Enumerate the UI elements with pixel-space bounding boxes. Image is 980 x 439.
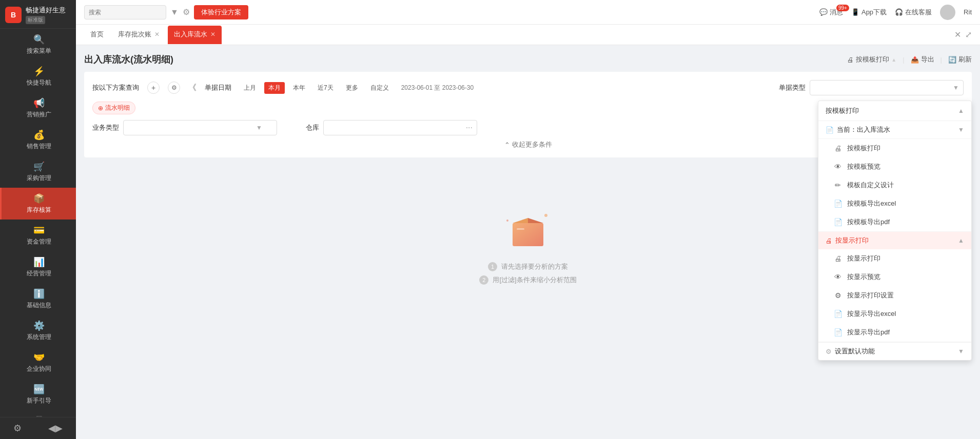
window-maximize-button[interactable]: ⤢ bbox=[965, 30, 972, 39]
user-avatar[interactable] bbox=[940, 5, 955, 20]
display-excel-label: 按显示导出excel bbox=[847, 309, 896, 318]
sales-icon: 💰 bbox=[33, 129, 45, 141]
display-pdf-label: 按显示导出pdf bbox=[847, 328, 890, 337]
tab-flow-close[interactable]: ✕ bbox=[210, 31, 215, 38]
date-this-month[interactable]: 本月 bbox=[264, 82, 285, 94]
footer-label: 设置默认功能 bbox=[835, 347, 875, 356]
topbar-settings-icon[interactable]: ⚙ bbox=[183, 7, 190, 17]
sidebar-item-quicknav-label: 快捷导航 bbox=[27, 78, 51, 87]
dropdown-item-template-pdf[interactable]: 📄 按模板导出pdf bbox=[818, 213, 971, 231]
print-icon: 🖨 bbox=[847, 56, 854, 64]
sidebar-item-quicknav[interactable]: ⚡ 快捷导航 bbox=[0, 61, 76, 92]
filter-add-button[interactable]: + bbox=[147, 82, 160, 94]
doc-type-label: 单据类型 bbox=[779, 83, 806, 92]
export-button[interactable]: 📤 导出 bbox=[911, 55, 934, 64]
tab-home[interactable]: 首页 bbox=[84, 26, 110, 44]
window-close-button[interactable]: ✕ bbox=[954, 30, 961, 39]
dropdown-item-display-pdf[interactable]: 📄 按显示导出pdf bbox=[818, 323, 971, 342]
dropdown-item-display-preview[interactable]: 👁 按显示预览 bbox=[818, 268, 971, 286]
display-preview-icon: 👁 bbox=[833, 272, 843, 282]
svg-marker-1 bbox=[513, 218, 528, 223]
date-last-month[interactable]: 上月 bbox=[240, 82, 260, 94]
sidebar-item-operations[interactable]: 📊 经营管理 bbox=[0, 251, 76, 283]
online-service-button[interactable]: 🎧 在线客服 bbox=[895, 8, 932, 17]
dropdown-item-template-excel[interactable]: 📄 按模板导出excel bbox=[818, 194, 971, 213]
collapse-button[interactable]: ⌃ 收起更多条件 bbox=[504, 140, 552, 149]
dropdown-item-display-excel[interactable]: 📄 按显示导出excel bbox=[818, 305, 971, 323]
filter-row-1: 按以下方案查询 + ⚙ 《 单据日期 上月 本月 本年 近7天 更多 自定义 2… bbox=[92, 80, 964, 95]
filter-collapse-icon[interactable]: 《 bbox=[188, 83, 197, 93]
dropdown-item-display-print[interactable]: 🖨 按显示打印 bbox=[818, 249, 971, 268]
marketing-icon: 📢 bbox=[33, 97, 45, 109]
sidebar-item-guide[interactable]: 🆕 新手引导 bbox=[0, 378, 76, 410]
dropdown-item-display-settings[interactable]: ⚙ 按显示打印设置 bbox=[818, 286, 971, 305]
empty-step-2: 2 用[过滤]条件来缩小分析范围 bbox=[479, 275, 576, 285]
sidebar-item-basic[interactable]: ℹ️ 基础信息 bbox=[0, 283, 76, 315]
dropdown-item-template-customize[interactable]: ✏ 模板自定义设计 bbox=[818, 176, 971, 194]
dropdown-current-template[interactable]: 📄 当前：出入库流水 ▼ bbox=[818, 121, 971, 139]
date-7days[interactable]: 近7天 bbox=[313, 82, 338, 94]
doc-type-chevron-icon: ▼ bbox=[953, 84, 959, 91]
date-custom[interactable]: 自定义 bbox=[366, 82, 393, 94]
business-type-select[interactable]: ▼ bbox=[123, 120, 277, 135]
collapse-chevron-icon: ⌃ bbox=[504, 141, 510, 149]
tab-batch-account-close[interactable]: ✕ bbox=[154, 31, 160, 38]
message-icon: 💬 bbox=[819, 8, 828, 16]
action-divider2: | bbox=[940, 56, 942, 64]
sidebar-item-marketing-label: 营销推广 bbox=[27, 110, 51, 119]
dropdown-item-template-preview[interactable]: 👁 按模板预览 bbox=[818, 157, 971, 176]
sidebar-item-sales-label: 销售管理 bbox=[27, 142, 51, 151]
search-dropdown-icon[interactable]: ▼ bbox=[170, 8, 179, 17]
dropdown-item-template-print[interactable]: 🖨 按模板打印 bbox=[818, 139, 971, 157]
filter-setting-button[interactable]: ⚙ bbox=[168, 82, 180, 94]
sidebar-item-system[interactable]: ⚙️ 系统管理 bbox=[0, 315, 76, 347]
search-input[interactable] bbox=[84, 5, 166, 19]
warehouse-more-icon[interactable]: ··· bbox=[466, 123, 473, 132]
export-icon: 📤 bbox=[911, 56, 919, 64]
tab-flow[interactable]: 出入库流水 ✕ bbox=[168, 26, 222, 44]
messages-button[interactable]: 💬 消息 99+ bbox=[819, 8, 843, 17]
app-download-button[interactable]: 📱 App下载 bbox=[851, 8, 887, 17]
guide-icon: 🆕 bbox=[33, 384, 45, 395]
current-template-arrow: ▼ bbox=[958, 126, 964, 133]
date-this-year[interactable]: 本年 bbox=[289, 82, 309, 94]
display-section-title: 🖨 按显示打印 bbox=[826, 236, 869, 245]
sidebar-item-marketing[interactable]: 📢 营销推广 bbox=[0, 92, 76, 124]
doc-type-select[interactable]: ▼ bbox=[810, 80, 964, 95]
dropdown-display-section-header[interactable]: 🖨 按显示打印 ▲ bbox=[818, 232, 971, 249]
sidebar-item-enterprise[interactable]: 🤝 企业协同 bbox=[0, 347, 76, 378]
sidebar-item-apps[interactable]: 📱 应用中心 bbox=[0, 410, 76, 417]
refresh-button[interactable]: 🔄 刷新 bbox=[948, 55, 972, 64]
basic-icon: ℹ️ bbox=[33, 288, 45, 300]
footer-arrow-icon: ▼ bbox=[958, 348, 964, 355]
refresh-icon: 🔄 bbox=[948, 56, 956, 64]
dropdown-collapse-icon[interactable]: ▲ bbox=[958, 107, 964, 114]
sidebar-item-sales[interactable]: 💰 销售管理 bbox=[0, 124, 76, 156]
sidebar-settings-button[interactable]: ⚙ bbox=[13, 423, 22, 434]
date-more[interactable]: 更多 bbox=[342, 82, 362, 94]
dropdown-display-section: 🖨 按显示打印 👁 按显示预览 ⚙ 按显示打印设置 📄 按显示导出excel bbox=[818, 249, 971, 342]
display-settings-icon: ⚙ bbox=[833, 290, 843, 301]
warehouse-select[interactable]: ··· bbox=[323, 120, 477, 135]
dropdown-footer[interactable]: ⚙ 设置默认功能 ▼ bbox=[818, 342, 971, 360]
display-pdf-icon: 📄 bbox=[833, 327, 843, 337]
sidebar-toggle-button[interactable]: ◀▶ bbox=[48, 423, 63, 434]
industry-solution-button[interactable]: 体验行业方案 bbox=[194, 5, 248, 19]
sidebar-item-inventory[interactable]: 📦 库存核算 bbox=[0, 188, 76, 220]
business-type-chevron-icon: ▼ bbox=[256, 124, 262, 131]
date-filter-label: 单据日期 bbox=[205, 83, 231, 92]
current-template-icon: 📄 bbox=[826, 126, 834, 134]
page-title: 出入库流水(流水明细) bbox=[84, 53, 173, 66]
print-button[interactable]: 🖨 按模板打印 ▲ bbox=[847, 55, 896, 64]
sidebar-item-finance[interactable]: 💳 资金管理 bbox=[0, 220, 76, 251]
sidebar-item-purchase[interactable]: 🛒 采购管理 bbox=[0, 156, 76, 188]
sidebar-item-inventory-label: 库存核算 bbox=[27, 206, 51, 214]
footer-settings-icon: ⚙ bbox=[826, 348, 832, 355]
tab-batch-account[interactable]: 库存批次账 ✕ bbox=[112, 26, 166, 44]
sidebar-item-search[interactable]: 🔍 搜索菜单 bbox=[0, 29, 76, 61]
app-label: App下载 bbox=[861, 8, 887, 17]
filter-scheme-tag[interactable]: ⊕ 流水明细 bbox=[92, 102, 135, 114]
page-actions: 🖨 按模板打印 ▲ | 📤 导出 | 🔄 刷新 bbox=[847, 55, 972, 64]
page-header: 出入库流水(流水明细) 🖨 按模板打印 ▲ | 📤 导出 | 🔄 bbox=[84, 53, 972, 66]
quicknav-icon: ⚡ bbox=[33, 66, 45, 77]
